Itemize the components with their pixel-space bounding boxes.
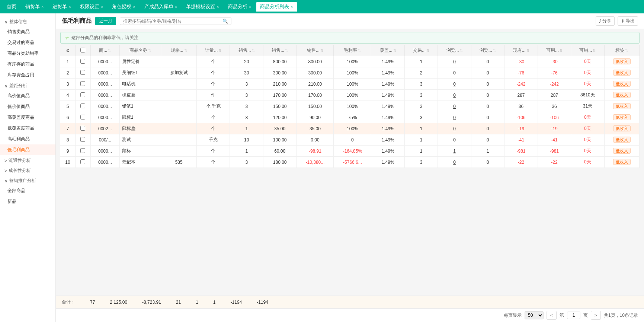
view1-link[interactable]: 0	[453, 104, 456, 109]
row-view1: 0	[438, 134, 471, 146]
sidebar-item-低毛利商品[interactable]: 低毛利商品	[0, 144, 55, 155]
col-header-view2[interactable]: 浏览...⇅	[471, 45, 504, 56]
row-unit: 千克	[197, 134, 230, 146]
row-checkbox[interactable]	[80, 92, 85, 97]
col-header-unit[interactable]: 计量...⇅	[197, 45, 230, 56]
search-icon[interactable]: 🔍	[222, 19, 228, 24]
row-code: 0000...	[90, 79, 119, 90]
sidebar-item-销售类商品[interactable]: 销售类商品	[0, 26, 55, 37]
nav-item-角色授权[interactable]: 角色授权×	[108, 2, 139, 12]
sidebar-group-流通性分析[interactable]: > 流通性分析	[0, 155, 55, 165]
nav-close-icon[interactable]: ×	[291, 4, 293, 9]
col-header-name[interactable]: 商品名称⇅	[119, 45, 161, 56]
row-trade-count: 3	[404, 79, 438, 90]
view1-link[interactable]: 0	[453, 160, 456, 165]
col-header-sale_amount[interactable]: 销售...⇅	[297, 45, 334, 56]
row-sale-qty: 3	[230, 157, 263, 168]
row-checkbox[interactable]	[80, 137, 85, 142]
col-header-current_stock[interactable]: 现有...⇅	[504, 45, 538, 56]
view1-link[interactable]: 1	[453, 149, 456, 154]
select-all-checkbox[interactable]	[80, 48, 85, 52]
nav-close-icon[interactable]: ×	[41, 4, 44, 9]
row-checkbox[interactable]	[80, 148, 85, 153]
row-checkbox[interactable]	[80, 103, 85, 108]
col-header-trade_count[interactable]: 交易...⇅	[404, 45, 438, 56]
nav-item-商品分析列表[interactable]: 商品分析列表×	[256, 2, 297, 12]
col-header-sellable_days[interactable]: 可销...⇅	[571, 45, 604, 56]
nav-close-icon[interactable]: ×	[249, 4, 251, 9]
sidebar-item-低价值商品[interactable]: 低价值商品	[0, 101, 55, 112]
nav-item-进货单[interactable]: 进货单×	[49, 2, 74, 12]
view1-link[interactable]: 0	[453, 115, 456, 120]
view1-link[interactable]: 0	[453, 93, 456, 98]
col-header-available_stock[interactable]: 可用...⇅	[538, 45, 571, 56]
view1-link[interactable]: 0	[453, 126, 456, 131]
sidebar-group-成长性分析[interactable]: > 成长性分析	[0, 165, 55, 175]
nav-close-icon[interactable]: ×	[133, 4, 135, 9]
row-view1: 0	[438, 67, 471, 79]
row-checkbox[interactable]	[80, 159, 85, 164]
sidebar-item-高毛利商品[interactable]: 高毛利商品	[0, 134, 55, 144]
filter-recent-month-btn[interactable]: 近一月	[95, 17, 116, 25]
sidebar-group-差距分析[interactable]: ∨ 差距分析	[0, 80, 55, 90]
table-container[interactable]: ⚙商...⇅商品名称⇅规格...⇅计量...⇅销售...⇅销售...⇅销售...…	[56, 45, 644, 296]
view1-link[interactable]: 0	[453, 82, 456, 87]
nav-item-单据模板设置[interactable]: 单据模板设置×	[182, 2, 222, 12]
row-sellable-days: 0天	[571, 79, 604, 90]
row-tag: 低收入	[604, 157, 639, 168]
nav-item-销货单[interactable]: 销货单×	[22, 2, 47, 12]
row-sale-price: 170.00	[263, 90, 296, 101]
view1-link[interactable]: 0	[453, 59, 456, 64]
sidebar-item-高价值商品[interactable]: 高价值商品	[0, 90, 55, 101]
sidebar-item-有库存的商品[interactable]: 有库存的商品	[0, 59, 55, 70]
nav-item-商品分析[interactable]: 商品分析×	[224, 2, 255, 12]
col-header-code[interactable]: 商...⇅	[90, 45, 119, 56]
row-sale-qty: 1	[230, 146, 263, 157]
nav-close-icon[interactable]: ×	[68, 4, 71, 9]
current-page-input[interactable]	[567, 312, 580, 319]
sidebar-item-交易过的商品[interactable]: 交易过的商品	[0, 37, 55, 48]
sidebar-item-高覆盖度商品[interactable]: 高覆盖度商品	[0, 112, 55, 123]
nav-close-icon[interactable]: ×	[175, 4, 177, 9]
sidebar-item-库存资金占用[interactable]: 库存资金占用	[0, 70, 55, 80]
settings-icon[interactable]: ⚙	[66, 48, 70, 53]
sidebar-item-低覆盖度商品[interactable]: 低覆盖度商品	[0, 123, 55, 134]
search-input[interactable]	[123, 19, 222, 24]
share-btn[interactable]: ⤴ 分享	[596, 16, 615, 26]
nav-item-首页[interactable]: 首页	[3, 2, 20, 12]
nav-close-icon[interactable]: ×	[101, 4, 103, 9]
col-header-gross_margin[interactable]: 毛利率⇅	[334, 45, 371, 56]
row-checkbox[interactable]	[80, 115, 85, 119]
prev-page-btn[interactable]: ＜	[547, 311, 557, 320]
nav-close-icon[interactable]: ×	[217, 4, 219, 9]
sidebar-group-营销推广分析[interactable]: ∨ 营销推广分析	[0, 175, 55, 185]
view1-link[interactable]: 0	[453, 137, 456, 143]
page-size-select[interactable]: 50 20 100	[525, 311, 544, 319]
sidebar-item-新品[interactable]: 新品	[0, 196, 55, 207]
row-spec	[161, 112, 197, 123]
sidebar-item-全部商品[interactable]: 全部商品	[0, 185, 55, 196]
col-header-sale_qty[interactable]: 销售...⇅	[230, 45, 263, 56]
row-gross-margin: 75%	[334, 112, 371, 123]
next-page-btn[interactable]: ＞	[591, 311, 601, 320]
col-header-checkbox[interactable]	[76, 45, 91, 56]
nav-item-产成品入库单[interactable]: 产成品入库单×	[141, 2, 181, 12]
view1-link[interactable]: 0	[453, 70, 456, 76]
row-checkbox[interactable]	[80, 70, 85, 75]
col-header-sale_price[interactable]: 销售...⇅	[263, 45, 296, 56]
sidebar-group-整体信息[interactable]: ∨ 整体信息	[0, 16, 55, 26]
row-checkbox[interactable]	[80, 81, 85, 86]
row-checkbox[interactable]	[80, 59, 85, 64]
export-btn[interactable]: ⬇ 导出	[618, 16, 638, 26]
row-sale-amount: 90.00	[297, 112, 334, 123]
row-available-stock: -19	[538, 123, 571, 134]
sidebar-item-商品分类助销率[interactable]: 商品分类助销率	[0, 48, 55, 59]
col-header-coverage[interactable]: 覆盖...⇅	[371, 45, 404, 56]
col-header-spec[interactable]: 规格...⇅	[161, 45, 197, 56]
col-header-settings[interactable]: ⚙	[60, 45, 76, 56]
row-checkbox[interactable]	[80, 126, 85, 131]
col-header-tag[interactable]: 标签⇅	[604, 45, 639, 56]
nav-item-权限设置[interactable]: 权限设置×	[76, 2, 107, 12]
col-header-view1[interactable]: 浏览...⇅	[438, 45, 471, 56]
row-spec	[161, 79, 197, 90]
